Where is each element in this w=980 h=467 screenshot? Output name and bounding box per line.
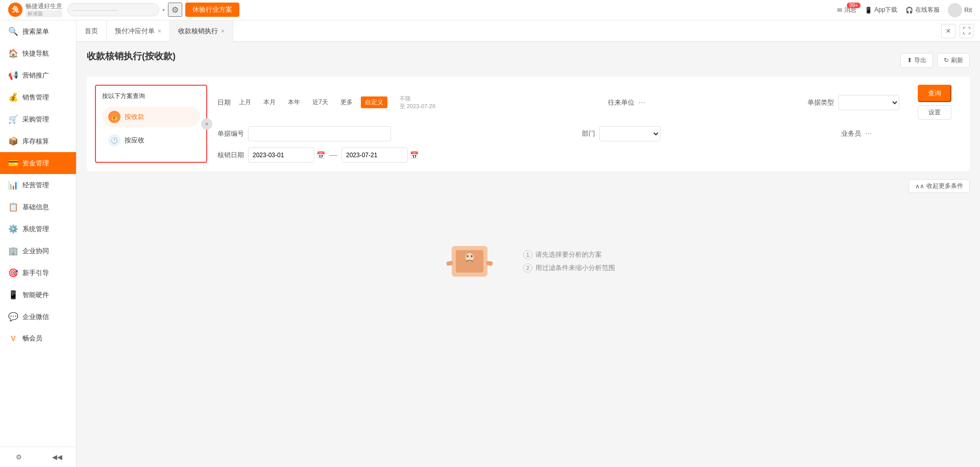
sidebar-label-sales: 销售管理 xyxy=(22,93,49,102)
home-icon: 🏠 xyxy=(8,48,18,58)
tab-home-label: 首页 xyxy=(85,27,98,36)
calendar-start-icon[interactable]: 📅 xyxy=(316,151,325,159)
empty-text: 1 请先选择要分析的方案 2 用过滤条件来缩小分析范围 xyxy=(523,248,615,275)
sidebar-item-wechat[interactable]: 💬 企业微信 xyxy=(0,306,76,328)
date-btn-more[interactable]: 更多 xyxy=(336,96,357,108)
date-btn-custom[interactable]: 自定义 xyxy=(361,96,387,108)
tab-prepay-close[interactable]: × xyxy=(158,28,161,35)
app-name: 畅捷通好生意 xyxy=(26,3,62,10)
messages-badge: 99+ xyxy=(847,3,861,8)
filter-option-receivable-label: 按应收 xyxy=(125,136,144,145)
sidebar-label-operations: 经营管理 xyxy=(22,181,49,190)
writeoff-end-input[interactable] xyxy=(341,148,408,163)
date-btn-thisyear[interactable]: 本年 xyxy=(284,96,304,108)
filter-dept-field: 部门 xyxy=(582,126,660,141)
user-info[interactable]: Rit xyxy=(948,3,972,17)
filter-row-1: 日期 上月 本月 本年 近7天 更多 自定义 不限 至 2023-07-26 xyxy=(217,85,951,120)
logo-icon: 兔 xyxy=(8,3,22,17)
doctype-label: 单据类型 xyxy=(807,98,834,107)
sidebar-item-search[interactable]: 🔍 搜索菜单 xyxy=(0,20,76,42)
counterparty-dots: ··· xyxy=(639,98,645,107)
date-btn-7days[interactable]: 近7天 xyxy=(308,96,332,108)
topbar-right: ✉ 消息 99+ 📱 App下载 🎧 在线客服 Rit xyxy=(837,3,972,17)
sidebar-label-finance: 资金管理 xyxy=(22,159,49,168)
fold-button[interactable]: ∧∧ 收起更多条件 xyxy=(909,179,970,193)
docno-input[interactable] xyxy=(248,126,391,141)
sidebar-collapse-button[interactable]: ◀◀ xyxy=(38,447,77,467)
collapse-icon: ◀◀ xyxy=(52,453,62,461)
online-service-label: 在线客服 xyxy=(915,6,940,14)
sidebar-label-hardware: 智能硬件 xyxy=(22,290,49,300)
filter-option-by-receivable[interactable]: 🕐 按应收 xyxy=(102,130,200,151)
empty-illustration xyxy=(442,236,503,287)
filter-docno-field: 单据编号 xyxy=(217,126,391,141)
date-unlimit: 不限 xyxy=(400,95,435,103)
filter-right-panel: 日期 上月 本月 本年 近7天 更多 自定义 不限 至 2023-07-26 xyxy=(207,85,962,163)
marketing-icon: 📢 xyxy=(8,70,18,80)
date-label: 日期 xyxy=(217,98,231,107)
sidebar-item-basicinfo[interactable]: 📋 基础信息 xyxy=(0,196,76,218)
receivable-icon: 🕐 xyxy=(108,134,120,146)
filter-option-receipt-label: 按收款 xyxy=(125,112,144,121)
online-service-button[interactable]: 🎧 在线客服 xyxy=(905,6,940,14)
sidebar-item-finance[interactable]: 💳 资金管理 xyxy=(0,152,76,174)
solution-button[interactable]: 休验行业方案 xyxy=(185,3,239,17)
sidebar-label-marketing: 营销推广 xyxy=(22,71,49,80)
sidebar-item-purchase[interactable]: 🛒 采购管理 xyxy=(0,108,76,130)
date-to: 至 2023-07-26 xyxy=(400,103,435,110)
date-btn-thismonth[interactable]: 本月 xyxy=(259,96,280,108)
basicinfo-icon: 📋 xyxy=(8,202,18,212)
user-name: Rit xyxy=(964,7,972,14)
salesperson-label: 业务员 xyxy=(841,129,861,138)
filter-option-by-receipt[interactable]: 💰 按收款 xyxy=(102,107,200,127)
tab-home[interactable]: 首页 xyxy=(77,20,107,42)
sidebar-item-collab[interactable]: 🏢 企业协同 xyxy=(0,240,76,262)
sidebar-item-sales[interactable]: 💰 销售管理 xyxy=(0,86,76,108)
calendar-end-icon[interactable]: 📅 xyxy=(410,151,419,159)
sidebar-item-guide[interactable]: 🎯 新手引导 xyxy=(0,262,76,284)
query-button[interactable]: 查询 xyxy=(918,85,951,102)
tab-close-btn[interactable]: × xyxy=(941,24,955,38)
purchase-icon: 🛒 xyxy=(8,114,18,124)
main-layout: 🔍 搜索菜单 🏠 快捷导航 📢 营销推广 💰 销售管理 🛒 采购管理 📦 库存核… xyxy=(0,20,980,467)
dept-label: 部门 xyxy=(582,129,595,138)
dept-select[interactable] xyxy=(599,126,660,141)
writeoff-start-input[interactable] xyxy=(248,148,314,163)
tab-actions: × ⛶ xyxy=(935,24,980,38)
sidebar-item-system[interactable]: ⚙️ 系统管理 xyxy=(0,218,76,240)
doctype-select[interactable] xyxy=(838,95,899,110)
sidebar-item-hardware[interactable]: 📱 智能硬件 xyxy=(0,284,76,306)
app-icon: 📱 xyxy=(865,7,872,14)
sidebar-item-operations[interactable]: 📊 经营管理 xyxy=(0,174,76,196)
sidebar-label-member: 畅会员 xyxy=(22,334,42,343)
tab-expand-btn[interactable]: ⛶ xyxy=(960,24,974,38)
dropdown-arrow-icon[interactable]: ▾ xyxy=(162,7,165,13)
refresh-icon: ↻ xyxy=(944,57,949,64)
sidebar-item-marketing[interactable]: 📢 营销推广 xyxy=(0,64,76,86)
inventory-icon: 📦 xyxy=(8,136,18,146)
settings-button[interactable]: 设置 xyxy=(918,105,951,120)
sidebar-label-purchase: 采购管理 xyxy=(22,115,49,124)
svg-point-4 xyxy=(471,255,473,257)
tab-prepay[interactable]: 预付冲应付单 × xyxy=(107,20,170,42)
export-button[interactable]: ⬆ 导出 xyxy=(900,53,933,68)
gear-button[interactable]: ⚙ xyxy=(168,3,182,17)
tab-writeoff-close[interactable]: × xyxy=(221,28,225,35)
date-btn-lastmonth[interactable]: 上月 xyxy=(235,96,255,108)
sidebar-item-quicknav[interactable]: 🏠 快捷导航 xyxy=(0,42,76,64)
sidebar-item-member[interactable]: V 畅会员 xyxy=(0,328,76,349)
filter-collapse-arrow[interactable]: « xyxy=(201,118,212,130)
refresh-button[interactable]: ↻ 刷新 xyxy=(937,53,970,68)
sidebar-label-collab: 企业协同 xyxy=(22,247,49,256)
operations-icon: 📊 xyxy=(8,180,18,190)
sidebar-settings-button[interactable]: ⚙ xyxy=(0,447,38,467)
messages-button[interactable]: ✉ 消息 99+ xyxy=(837,6,856,14)
sidebar-item-inventory[interactable]: 📦 库存核算 xyxy=(0,130,76,152)
user-avatar xyxy=(948,3,962,17)
tab-writeoff[interactable]: 收款核销执行 × xyxy=(170,20,233,42)
topbar: 兔 畅捷通好生意 标准版 ———————— ▾ ⚙ 休验行业方案 ✉ 消息 99… xyxy=(0,0,980,20)
sidebar: 🔍 搜索菜单 🏠 快捷导航 📢 营销推广 💰 销售管理 🛒 采购管理 📦 库存核… xyxy=(0,20,77,467)
fold-label: 收起更多条件 xyxy=(926,182,963,190)
filter-left-panel: 按以下方案查询 💰 按收款 🕐 按应收 « xyxy=(95,85,207,163)
app-download-button[interactable]: 📱 App下载 xyxy=(865,6,897,14)
